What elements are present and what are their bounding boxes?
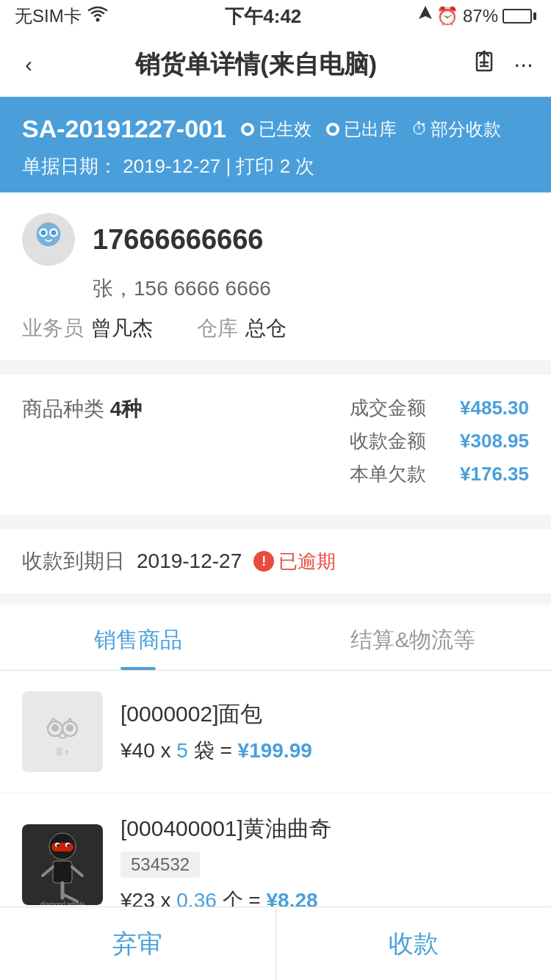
svg-point-0 <box>96 18 99 22</box>
badge-partial: ⏱ 部分收款 <box>411 118 501 141</box>
overdue-icon: ! <box>253 551 274 572</box>
collected-amount: ¥308.95 <box>441 430 529 453</box>
product-name: [000400001]黄油曲奇 <box>120 814 529 844</box>
product-price: ¥40 x 5 袋 = ¥199.99 <box>120 737 529 765</box>
customer-name[interactable]: 17666666666 <box>93 224 263 256</box>
order-date-row: 单据日期： 2019-12-27 | 打印 2 次 <box>22 154 529 179</box>
svg-point-14 <box>66 724 73 732</box>
collect-payment-button[interactable]: 收款 <box>276 907 552 980</box>
product-thumbnail: 零+ <box>22 691 103 772</box>
overdue-badge: ! 已逾期 <box>253 549 336 574</box>
due-section: 收款到期日 2019-12-27 ! 已逾期 <box>0 530 551 593</box>
salesperson-value: 曾凡杰 <box>91 314 153 342</box>
product-thumbnail: diamond whale <box>22 824 103 905</box>
debt-amount: ¥176.35 <box>441 463 529 486</box>
stats-left: 商品种类 4种 <box>22 395 142 423</box>
order-id: SA-20191227-001 <box>22 115 226 143</box>
warehouse-value: 总仓 <box>245 314 287 342</box>
tab-sales-products[interactable]: 销售商品 <box>0 605 276 670</box>
status-time: 下午4:42 <box>225 4 301 29</box>
stats-section: 商品种类 4种 成交金额 ¥485.30 收款金额 ¥308.95 本单欠款 ¥… <box>0 375 551 515</box>
nav-bar: ‹ 销货单详情(来自电脑) ··· <box>0 32 551 97</box>
wifi-icon <box>87 6 108 26</box>
product-info: [000400001]黄油曲奇 534532 ¥23 x 0.36 个 = ¥8… <box>120 814 529 915</box>
location-icon <box>419 6 432 26</box>
collected-row: 收款金额 ¥308.95 <box>350 428 529 454</box>
badge-shipped: 已出库 <box>326 118 397 141</box>
badge-activated: 已生效 <box>241 118 311 141</box>
svg-point-9 <box>51 230 57 235</box>
product-sku: 534532 <box>120 851 200 878</box>
svg-text:零+: 零+ <box>55 747 69 757</box>
avatar <box>22 213 75 266</box>
bottom-bar: 弃审 收款 <box>0 907 551 980</box>
debt-row: 本单欠款 ¥176.35 <box>350 461 529 487</box>
status-bar: 无SIM卡 下午4:42 ⏰ 87% <box>0 0 551 32</box>
battery-percent: 87% <box>463 6 498 26</box>
tab-settlement[interactable]: 结算&物流等 <box>276 605 551 670</box>
salesperson-item: 业务员 曾凡杰 <box>22 314 153 342</box>
share-button[interactable] <box>472 50 496 79</box>
category-count: 4种 <box>110 397 143 420</box>
product-qty: 5 <box>176 739 188 762</box>
tabs-section: 销售商品 结算&物流等 <box>0 605 551 671</box>
svg-point-21 <box>57 844 60 847</box>
deal-amount: ¥485.30 <box>441 397 529 419</box>
svg-point-13 <box>51 724 59 732</box>
list-item: 零+ [0000002]面包 ¥40 x 5 袋 = ¥199.99 <box>0 671 551 793</box>
more-button[interactable]: ··· <box>514 51 533 78</box>
customer-section: 17666666666 张，156 6666 6666 业务员 曾凡杰 仓库 总… <box>0 192 551 360</box>
warehouse-item: 仓库 总仓 <box>197 314 287 342</box>
stats-right: 成交金额 ¥485.30 收款金额 ¥308.95 本单欠款 ¥176.35 <box>350 395 529 494</box>
svg-rect-18 <box>51 843 73 851</box>
tab-underline <box>120 667 156 670</box>
svg-point-22 <box>67 844 70 847</box>
header-banner: SA-20191227-001 已生效 已出库 ⏱ 部分收款 单据日期： 201… <box>0 97 551 192</box>
battery-icon <box>503 9 536 24</box>
status-right: ⏰ 87% <box>419 6 536 26</box>
svg-rect-23 <box>53 861 72 883</box>
customer-detail: 张，156 6666 6666 <box>22 275 529 303</box>
nav-actions: ··· <box>472 50 533 79</box>
due-date-value: 2019-12-27 <box>137 550 242 573</box>
status-left: 无SIM卡 <box>15 4 108 28</box>
product-info: [0000002]面包 ¥40 x 5 袋 = ¥199.99 <box>120 699 529 765</box>
customer-meta: 业务员 曾凡杰 仓库 总仓 <box>22 314 529 342</box>
alarm-icon: ⏰ <box>436 6 458 26</box>
order-date: 2019-12-27 <box>123 155 220 177</box>
svg-text:diamond whale: diamond whale <box>40 901 85 905</box>
product-name: [0000002]面包 <box>120 699 529 729</box>
svg-point-8 <box>41 230 46 235</box>
product-total: ¥199.99 <box>238 739 312 762</box>
page-title: 销货单详情(来自电脑) <box>135 48 377 82</box>
carrier-label: 无SIM卡 <box>15 4 82 28</box>
back-button[interactable]: ‹ <box>18 45 40 84</box>
cancel-review-button[interactable]: 弃审 <box>0 907 276 980</box>
products-section: 零+ [0000002]面包 ¥40 x 5 袋 = ¥199.99 <box>0 671 551 936</box>
deal-amount-row: 成交金额 ¥485.30 <box>350 395 529 421</box>
